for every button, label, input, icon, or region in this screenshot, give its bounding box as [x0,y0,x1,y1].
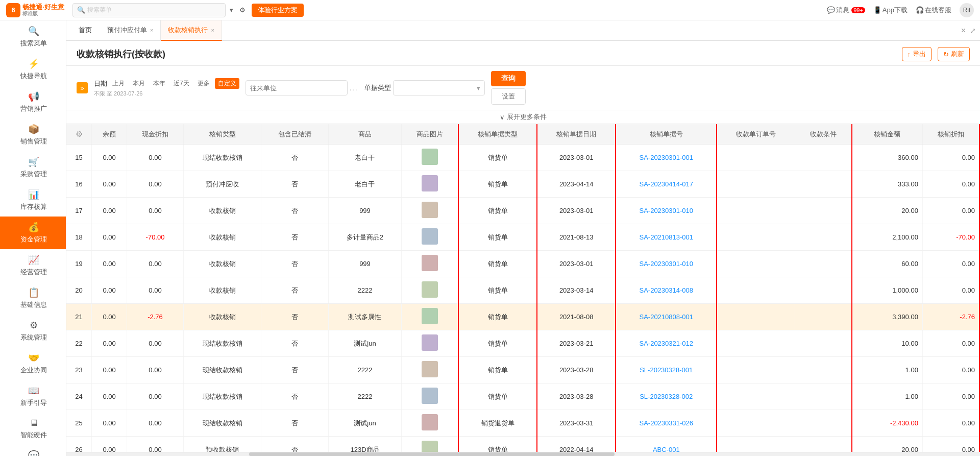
page-header: 收款核销执行(按收款) ↑ 导出 ↻ 刷新 [66,41,980,66]
filter-expand-button[interactable]: » [77,82,88,93]
export-button[interactable]: ↑ 导出 [902,47,932,61]
th-settings[interactable]: ⚙ [66,124,92,145]
bill-no-link[interactable]: ABC-001 [653,446,680,452]
data-table-container[interactable]: ⚙ 余额 现金折扣 核销类型 包含已结清 商品 商品图片 核销单据类型 核销单据… [66,124,980,452]
bill-no-link[interactable]: SA-20230301-010 [639,207,693,214]
cell-bill-date: 2022-04-14 [537,437,616,452]
sidebar-item-inventory[interactable]: 📊 库存核算 [0,184,66,217]
type-select[interactable]: ▾ [393,80,485,95]
cell-goods-img [402,437,459,452]
cell-order-no [717,357,795,383]
cell-discount: 0.00 [127,437,184,452]
sidebar-item-marketing[interactable]: 📢 营销推广 [0,86,66,118]
cell-condition [795,304,852,330]
date-7days-btn[interactable]: 近7天 [170,78,192,89]
sidebar-item-operation[interactable]: 📈 经营管理 [0,249,66,282]
date-range-display: 不限 至 2023-07-26 [94,90,239,98]
bill-no-link[interactable]: SA-20210813-001 [639,233,693,241]
cell-amount: 1.00 [852,357,922,383]
tab-prepay[interactable]: 预付冲应付单 × [100,20,161,41]
cell-bill-date: 2021-08-08 [537,304,616,330]
online-service-button[interactable]: 🎧 在线客服 [916,6,951,15]
date-prev-month-btn[interactable]: 上月 [109,78,128,89]
cell-type: 现结收款核销 [183,383,261,410]
expand-more-bar[interactable]: ∨ 展开更多条件 [66,110,980,124]
search-icon: 🔍 [77,6,85,14]
cell-balance: 0.00 [92,357,127,383]
bill-no-link[interactable]: SA-20230321-012 [639,340,693,347]
th-goods: 商品 [328,124,401,145]
search-bar[interactable]: 🔍 搜索菜单 [72,3,226,17]
sidebar-item-label: 营销推广 [20,104,47,113]
cell-num: 15 [66,145,92,171]
sidebar-item-guide[interactable]: 📖 新手引导 [0,380,66,413]
tab-writeoff[interactable]: 收款核销执行 × [161,20,222,41]
avatar[interactable]: Rit [960,3,974,17]
sidebar-item-purchase[interactable]: 🛒 采购管理 [0,151,66,184]
sidebar-item-system[interactable]: ⚙ 系统管理 [0,315,66,347]
sidebar-item-quicknav[interactable]: ⚡ 快捷导航 [0,53,66,86]
sidebar-item-hardware[interactable]: 🖥 智能硬件 [0,413,66,445]
bill-no-link[interactable]: SA-20230301-010 [639,260,693,268]
bill-no-link[interactable]: SA-20230331-026 [639,419,693,427]
cell-amount: 333.00 [852,171,922,198]
cell-bill-type: 销货单 [458,251,537,277]
h-scrollbar[interactable] [66,452,980,456]
bill-no-link[interactable]: SA-20230314-008 [639,286,693,294]
bill-no-link[interactable]: SA-20210808-001 [639,313,693,321]
th-goods-img: 商品图片 [402,124,459,145]
message-button[interactable]: 💬 消息 99+ [827,6,865,15]
bill-no-link[interactable]: SL-20230328-001 [640,366,693,374]
table-row: 19 0.00 0.00 收款核销 否 999 销货单 2023-03-01 S… [66,251,979,277]
tab-home[interactable]: 首页 [70,20,100,41]
cell-goods-img [402,383,459,410]
refresh-button[interactable]: ↻ 刷新 [938,47,970,61]
gear-button[interactable]: ⚙ [237,5,248,15]
bill-no-link[interactable]: SA-20230301-001 [639,154,693,161]
cell-num: 22 [66,330,92,357]
cell-bill-date: 2023-03-01 [537,251,616,277]
finance-icon: 💰 [28,222,39,233]
date-curr-month-btn[interactable]: 本月 [130,78,148,89]
cell-bill-type: 销货单 [458,330,537,357]
sidebar-item-base[interactable]: 📋 基础信息 [0,282,66,315]
cell-settled: 否 [261,277,329,304]
bill-no-link[interactable]: SL-20230328-002 [640,393,693,400]
table-row: 17 0.00 0.00 收款核销 否 999 销货单 2023-03-01 S… [66,198,979,224]
cell-condition [795,330,852,357]
cell-num: 16 [66,171,92,198]
date-custom-btn[interactable]: 自定义 [215,78,239,89]
sidebar-item-search[interactable]: 🔍 搜索菜单 [0,20,66,53]
tab-bar-close-icon[interactable]: × [961,26,966,35]
industry-solution-button[interactable]: 体验行业方案 [252,4,304,17]
sidebar-item-collab[interactable]: 🤝 企业协同 [0,347,66,380]
tab-bar-expand-icon[interactable]: ⤢ [970,27,976,35]
th-bill-no: 核销单据号 [616,124,717,145]
cell-bill-date: 2023-03-28 [537,357,616,383]
tab-close-writeoff[interactable]: × [211,27,214,33]
table-row: 23 0.00 0.00 现结收款核销 否 2222 销货单 2023-03-2… [66,357,979,383]
cell-bill-no: SA-20230301-010 [616,251,717,277]
date-year-btn[interactable]: 本年 [150,78,168,89]
settings-button[interactable]: 设置 [491,88,526,105]
query-button[interactable]: 查询 [491,71,526,86]
guide-icon: 📖 [28,385,39,396]
cell-bill-no: SA-20230314-008 [616,277,717,304]
bill-no-link[interactable]: SA-20230414-017 [639,180,693,188]
table-row: 24 0.00 0.00 现结收款核销 否 2222 销货单 2023-03-2… [66,383,979,410]
tab-close-prepay[interactable]: × [150,27,153,33]
cell-bill-date: 2023-03-14 [537,277,616,304]
sidebar-item-finance[interactable]: 💰 资金管理 [0,217,66,249]
sidebar-item-wechat[interactable]: 💬 企业微信 [0,445,66,456]
unit-filter-input[interactable] [246,80,348,95]
th-type: 核销类型 [183,124,261,145]
date-more-btn[interactable]: 更多 [194,78,213,89]
app-download-button[interactable]: 📱 App下载 [873,6,908,15]
cell-goods: 测试多属性 [328,304,401,330]
sidebar-item-sales[interactable]: 📦 销售管理 [0,118,66,151]
dropdown-arrow[interactable]: ▾ [230,6,233,14]
cell-type: 现结收款核销 [183,330,261,357]
cell-goods: 123D商品 [328,437,401,452]
sidebar-item-label: 销售管理 [20,137,47,146]
sidebar-item-label: 快捷导航 [20,71,47,81]
